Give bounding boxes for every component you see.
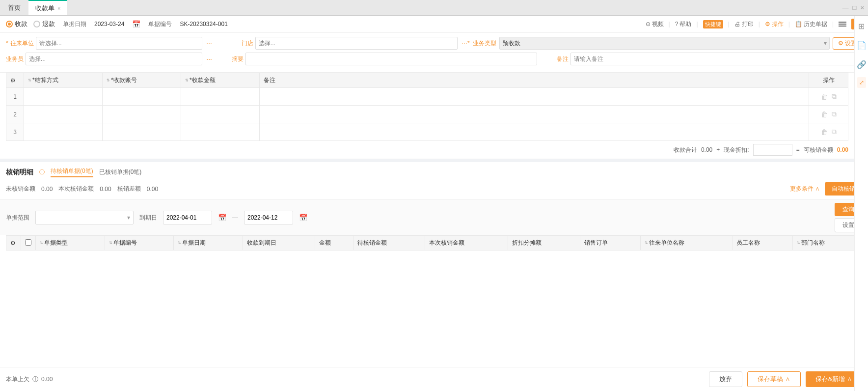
toolbar-shortcut[interactable]: 快捷键: [703, 20, 723, 28]
plus-label: +: [716, 146, 720, 153]
summary-label: 摘要: [232, 55, 244, 63]
order-value: 0.00: [41, 376, 53, 383]
section-header: 核销明细 ⓘ 待核销单据(0笔) 已核销单据(0笔): [0, 162, 868, 180]
th-gear[interactable]: ⚙: [6, 73, 24, 88]
due-date-to-input[interactable]: [244, 211, 293, 224]
business-type-select[interactable]: 预收款: [499, 37, 830, 50]
sidebar-doc-icon[interactable]: 📄: [855, 39, 868, 52]
tab-close-icon[interactable]: ×: [57, 5, 60, 11]
store-label: 门店: [242, 39, 253, 48]
th-checkbox: [21, 236, 36, 251]
row-ops-2: 🗑 ⧉: [813, 110, 844, 118]
toolbar-help[interactable]: ? 帮助: [675, 20, 692, 28]
sidebar-link-icon[interactable]: 🔗: [855, 58, 868, 71]
sidebar-table-icon[interactable]: ⊞: [856, 20, 867, 33]
footer-right: 放弃 保存草稿 ∧ 保存&新增 ∧: [709, 371, 862, 387]
remark-label: 备注: [557, 55, 569, 63]
staff-input[interactable]: [26, 53, 202, 65]
store-input[interactable]: [255, 37, 458, 50]
th-amount-col: 金额: [315, 236, 353, 251]
verification-section: 核销明细 ⓘ 待核销单据(0笔) 已核销单据(0笔) 未核销金额 0.00 本次…: [0, 159, 868, 367]
delete-btn-1[interactable]: 🗑: [821, 93, 828, 101]
th-check: ⚙: [6, 236, 21, 251]
section-title: 核销明细: [6, 168, 33, 177]
th-discount: 折扣分摊额: [508, 236, 580, 251]
doc-value: SK-20230324-001: [180, 21, 227, 28]
staff-label: 业务员: [6, 55, 24, 63]
select-all-checkbox[interactable]: [25, 239, 31, 246]
delete-btn-3[interactable]: 🗑: [821, 128, 828, 136]
counterparty-input[interactable]: [36, 37, 203, 50]
tab-verified[interactable]: 已核销单据(0笔): [99, 168, 142, 176]
toolbar-history[interactable]: 📋 历史单据: [795, 20, 827, 28]
toolbar-operation[interactable]: ⚙ 操作: [765, 20, 784, 28]
row-ops-3: 🗑 ⧉: [813, 128, 844, 136]
receipt-table: ⚙ ⇅ *结算方式 ⇅ *收款账号: [6, 73, 848, 141]
radio-receipt-dot: [6, 21, 13, 28]
tab-pending[interactable]: 待核销单据(0笔): [51, 167, 93, 177]
save-draft-button[interactable]: 保存草稿 ∧: [747, 371, 801, 387]
sidebar-expand-icon[interactable]: ⤢: [857, 77, 866, 88]
th-due-date: 收款到期日: [243, 236, 315, 251]
due-date-from-input[interactable]: [163, 211, 212, 224]
staff-more-icon[interactable]: ···: [206, 55, 212, 63]
gear-icon-2[interactable]: ⚙: [10, 240, 16, 247]
th-ops: 操作: [809, 73, 848, 88]
staff-field: 业务员 ···: [6, 53, 212, 65]
copy-btn-3[interactable]: ⧉: [832, 128, 837, 136]
footer-left: 本单上欠 ⓘ 0.00: [6, 375, 53, 384]
more-conditions[interactable]: 更多条件 ∧: [790, 185, 820, 193]
radio-receipt[interactable]: 收款: [6, 20, 27, 28]
cal-to-icon[interactable]: 📅: [299, 214, 307, 222]
th-sales-order: 销售订单: [580, 236, 641, 251]
range-label: 单据范围: [6, 214, 29, 222]
stats-row: 未核销金额 0.00 本次核销金额 0.00 核销差额 0.00 更多条件 ∧ …: [0, 180, 868, 199]
toolbar: 收款 退款 单据日期 2023-03-24 📅 单据编号 SK-20230324…: [0, 16, 868, 33]
radio-refund[interactable]: 退款: [33, 20, 55, 28]
form-area: * 往来单位 ··· 门店 ··· * 业务类型 预收款 ▾: [0, 33, 868, 73]
summary-field: 摘要: [232, 53, 537, 65]
menu-icon[interactable]: [839, 22, 846, 27]
th-current-verify: 本次核销金额: [425, 236, 508, 251]
net-label: 可核销金额: [804, 146, 833, 154]
window-controls[interactable]: — □ ×: [842, 4, 868, 11]
form-row-1: * 往来单位 ··· 门店 ··· * 业务类型 预收款 ▾: [6, 37, 862, 50]
total-value: 0.00: [701, 146, 712, 153]
tab-home[interactable]: 首页: [0, 0, 28, 15]
store-more-icon[interactable]: ···: [461, 39, 467, 47]
tab-active[interactable]: 收款单 ×: [28, 0, 67, 15]
remark-input[interactable]: [570, 53, 862, 65]
discount-input[interactable]: [753, 144, 792, 156]
cal-from-icon[interactable]: 📅: [218, 214, 226, 222]
current-value: 0.00: [100, 186, 111, 193]
th-pending-amount: 待核销金额: [353, 236, 425, 251]
remark-field: 备注: [557, 53, 862, 65]
order-info-icon[interactable]: ⓘ: [32, 375, 38, 384]
copy-btn-1[interactable]: ⧉: [832, 92, 837, 101]
section-info-icon[interactable]: ⓘ: [39, 168, 45, 176]
current-label: 本次核销金额: [58, 185, 94, 193]
bottom-table-wrap: ⚙ ⇅ 单据类型 ⇅: [0, 235, 868, 367]
abandon-button[interactable]: 放弃: [709, 371, 742, 387]
th-doc-date: ⇅ 单据日期: [174, 236, 243, 251]
toolbar-video[interactable]: ⊙ 视频: [646, 20, 664, 28]
toolbar-print[interactable]: 🖨 打印: [734, 20, 754, 28]
copy-btn-2[interactable]: ⧉: [832, 110, 837, 118]
range-dropdown[interactable]: ▾: [35, 211, 134, 224]
th-amount: ⇅ *收款金额: [181, 73, 260, 88]
calendar-icon[interactable]: 📅: [132, 20, 140, 28]
doc-label: 单据编号: [148, 20, 172, 28]
payment-type-radio: 收款 退款: [6, 20, 55, 28]
diff-value: 0.00: [147, 186, 158, 193]
table-row: 3 🗑 ⧉: [6, 123, 848, 141]
right-sidebar: ⊞ 📄 🔗 ⤢: [854, 16, 868, 391]
summary-input[interactable]: [245, 53, 537, 65]
save-new-button[interactable]: 保存&新增 ∧: [806, 371, 862, 387]
date-value: 2023-03-24: [94, 21, 124, 28]
th-dept-name: ⇅ 部门名称: [793, 236, 862, 251]
counterparty-more-icon[interactable]: ···: [206, 39, 212, 47]
delete-btn-2[interactable]: 🗑: [821, 111, 828, 118]
verification-table: ⚙ ⇅ 单据类型 ⇅: [6, 235, 862, 251]
th-staff-name: 员工名称: [732, 236, 793, 251]
th-account: ⇅ *收款账号: [103, 73, 181, 88]
